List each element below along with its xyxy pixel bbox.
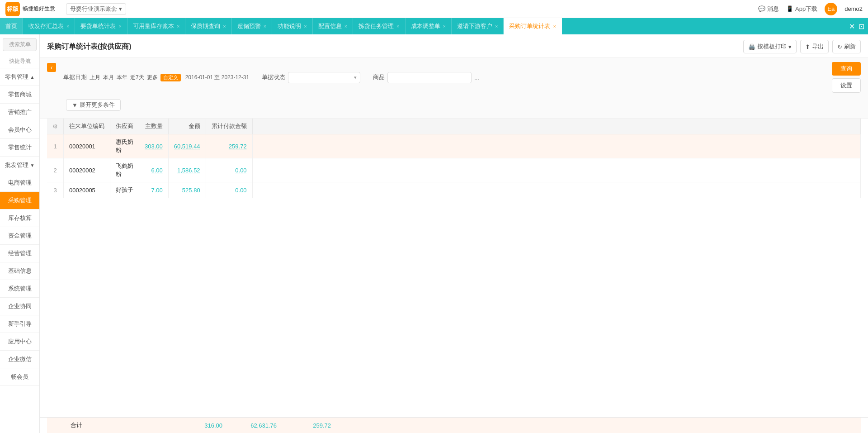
sidebar-item-retail-stats[interactable]: 零售统计 — [0, 139, 39, 157]
row-3-code: 00020005 — [64, 182, 110, 198]
row-3-paid-link[interactable]: 0.00 — [235, 187, 246, 194]
tab-function-desc-close[interactable]: × — [304, 24, 307, 29]
sidebar-item-inventory-check[interactable]: 库存核算 — [0, 209, 39, 227]
row-2-paid-link[interactable]: 0.00 — [235, 167, 246, 174]
footer-label: 合计 — [65, 421, 192, 429]
sidebar-item-purchase-mgmt[interactable]: 采购管理 — [0, 192, 39, 209]
setting-button[interactable]: 设置 — [832, 78, 861, 93]
workspace-selector[interactable]: 母婴行业演示账套 ▾ — [66, 3, 126, 15]
tab-available-stock-close[interactable]: × — [177, 24, 179, 29]
sidebar-item-wholesale-mgmt-label: 批发管理 — [5, 161, 28, 169]
sidebar-item-retail-mgmt[interactable]: 零售管理 ▲ — [0, 68, 39, 86]
status-select-wrap — [288, 72, 360, 83]
tab-receive-send-close[interactable]: × — [66, 24, 69, 29]
quick-nav-button[interactable]: 快捷导航 — [0, 55, 39, 68]
row-2-amount-link[interactable]: 1,586.52 — [177, 167, 200, 174]
tab-maximize-icon[interactable]: ⊡ — [859, 22, 864, 31]
template-print-button[interactable]: 🖨️ 按模板打印 ▾ — [743, 40, 797, 53]
row-2-amount: 1,586.52 — [168, 158, 206, 182]
goods-filter-ellipsis[interactable]: ... — [474, 74, 479, 81]
row-3-quantity-link[interactable]: 7.00 — [151, 187, 162, 194]
avatar[interactable]: Ea — [825, 3, 837, 15]
row-3-amount-link[interactable]: 525.80 — [182, 187, 200, 194]
expand-more-conditions-button[interactable]: ▼ 展开更多条件 — [66, 99, 121, 111]
date-link-prev-month[interactable]: 上月 — [90, 74, 100, 81]
sidebar-item-inventory-check-label: 库存核算 — [8, 214, 32, 222]
goods-filter-item: 商品 ... — [373, 72, 479, 83]
tab-cost-adjust-close[interactable]: × — [443, 24, 446, 29]
row-1-quantity: 303.00 — [139, 134, 169, 158]
tab-expiry-query-close[interactable]: × — [223, 24, 226, 29]
date-link-this-month[interactable]: 本月 — [103, 74, 114, 81]
sidebar-item-new-guide[interactable]: 新手引导 — [0, 315, 39, 333]
row-2-supplier: 飞鹤奶粉 — [110, 158, 139, 182]
row-3-amount: 525.80 — [168, 182, 206, 198]
tab-receive-send[interactable]: 收发存汇总表 × — [23, 18, 75, 34]
top-bar: 标版 畅捷通好生意 母婴行业演示账套 ▾ 💬 消息 📱 App下载 Ea dem… — [0, 0, 868, 18]
row-1-quantity-link[interactable]: 303.00 — [145, 143, 163, 150]
sidebar-item-ops-mgmt[interactable]: 经营管理 — [0, 245, 39, 262]
sidebar-item-fund-mgmt[interactable]: 资金管理 — [0, 227, 39, 245]
tab-invite-downstream-close[interactable]: × — [495, 24, 498, 29]
tab-config-info[interactable]: 配置信息 × — [313, 18, 353, 34]
tab-goods-stats[interactable]: 要货单统计表 × — [75, 18, 127, 34]
sidebar-item-ecommerce-mgmt[interactable]: 电商管理 — [0, 174, 39, 192]
sidebar-item-member-center[interactable]: 会员中心 — [0, 121, 39, 139]
message-btn[interactable]: 💬 消息 — [758, 5, 779, 13]
col-supplier: 供应商 — [110, 119, 139, 134]
tab-cost-adjust[interactable]: 成本调整单 × — [406, 18, 452, 34]
row-3-paid: 0.00 — [206, 182, 252, 198]
sidebar-item-enterprise-collab[interactable]: 企业协同 — [0, 298, 39, 315]
sidebar-item-basic-info[interactable]: 基础信息 — [0, 262, 39, 280]
footer-paid: 259.72 — [282, 422, 336, 429]
sidebar-item-enterprise-wechat[interactable]: 企业微信 — [0, 351, 39, 368]
row-1-paid-link[interactable]: 259.72 — [229, 143, 247, 150]
tab-home[interactable]: 首页 — [0, 18, 23, 34]
tab-pick-task-close[interactable]: × — [396, 24, 399, 29]
tab-available-stock[interactable]: 可用量库存账本 × — [127, 18, 185, 34]
date-link-this-year[interactable]: 本年 — [117, 74, 127, 81]
sidebar-item-ecommerce-mgmt-label: 电商管理 — [8, 179, 32, 187]
date-link-more[interactable]: 更多 — [147, 74, 158, 81]
tab-overstock-warning[interactable]: 超储预警 × — [232, 18, 272, 34]
tab-pick-task[interactable]: 拣货任务管理 × — [353, 18, 405, 34]
date-link-7days[interactable]: 近7天 — [130, 74, 144, 81]
sidebar-item-wholesale-mgmt[interactable]: 批发管理 ▼ — [0, 157, 39, 174]
query-button[interactable]: 查询 — [832, 62, 861, 76]
date-link-custom[interactable]: 自定义 — [160, 74, 181, 81]
search-menu-button[interactable]: 搜索菜单 — [3, 38, 37, 51]
tab-purchase-stats[interactable]: 采购订单统计表 × — [504, 18, 561, 34]
row-2-quantity: 6.00 — [139, 158, 169, 182]
refresh-button[interactable]: ↻ 刷新 — [832, 40, 861, 53]
goods-filter-input[interactable] — [387, 72, 472, 83]
sidebar-item-app-center-label: 应用中心 — [8, 338, 32, 346]
sidebar-item-free-member[interactable]: 畅会员 — [0, 368, 39, 386]
tab-overstock-warning-close[interactable]: × — [264, 24, 266, 29]
footer-quantity: 316.00 — [192, 422, 228, 429]
sidebar-item-app-center[interactable]: 应用中心 — [0, 333, 39, 351]
tab-purchase-stats-close[interactable]: × — [553, 24, 556, 29]
settings-icon[interactable]: ⚙ — [52, 123, 58, 130]
sidebar-item-fund-mgmt-label: 资金管理 — [8, 232, 32, 240]
sidebar-item-marketing[interactable]: 营销推广 — [0, 104, 39, 121]
filter-collapse-button[interactable]: ‹ — [47, 63, 56, 72]
sidebar-item-system-mgmt[interactable]: 系统管理 — [0, 280, 39, 298]
tab-goods-stats-close[interactable]: × — [118, 24, 121, 29]
sidebar-item-retail-mall[interactable]: 零售商城 — [0, 86, 39, 104]
tab-expiry-query[interactable]: 保质期查询 × — [185, 18, 231, 34]
status-select[interactable] — [288, 72, 360, 83]
tab-config-info-close[interactable]: × — [344, 24, 347, 29]
export-button[interactable]: ⬆ 导出 — [800, 40, 829, 53]
tab-home-label: 首页 — [5, 22, 17, 30]
download-icon: 📱 — [786, 5, 793, 12]
tab-close-all-icon[interactable]: ✕ — [849, 22, 855, 31]
filter-area: ‹ 单据日期 上月 本月 本年 近7天 更多 自定义 — [40, 57, 868, 119]
tab-pick-task-label: 拣货任务管理 — [359, 22, 394, 30]
date-filter-item: 单据日期 上月 本月 本年 近7天 更多 自定义 2016-01-01 至 20… — [63, 73, 249, 81]
app-logo: 标版 — [5, 2, 20, 16]
tab-function-desc[interactable]: 功能说明 × — [272, 18, 312, 34]
app-download-btn[interactable]: 📱 App下载 — [786, 5, 817, 13]
row-1-amount-link[interactable]: 60,519.44 — [174, 143, 200, 150]
row-2-quantity-link[interactable]: 6.00 — [151, 167, 162, 174]
tab-invite-downstream[interactable]: 邀请下游客户 × — [452, 18, 504, 34]
